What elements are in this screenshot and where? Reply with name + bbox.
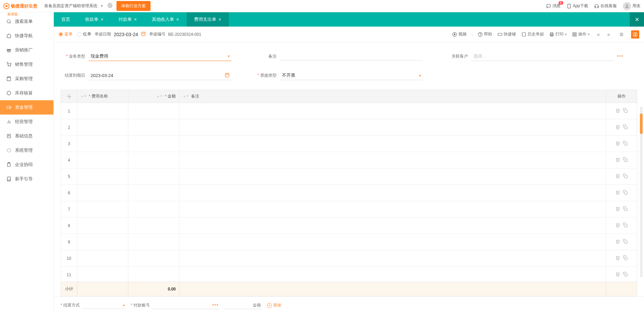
view-detail-button[interactable] xyxy=(631,30,639,39)
cell-amount[interactable] xyxy=(128,168,179,184)
tab-expense[interactable]: 费用支出单✕ xyxy=(187,12,229,27)
close-icon[interactable]: ✕ xyxy=(218,17,221,22)
delete-icon[interactable] xyxy=(615,223,620,228)
delete-icon[interactable] xyxy=(615,157,620,163)
cell-expense-name[interactable] xyxy=(77,250,128,266)
cell-remark[interactable] xyxy=(179,250,606,266)
col-amount[interactable]: ▲▼* 金额 xyxy=(128,90,179,103)
sidebar-item-quicknav[interactable]: 快捷导航 xyxy=(0,29,53,43)
delete-icon[interactable] xyxy=(615,206,620,212)
print-button[interactable]: 打印▾ xyxy=(549,31,567,37)
table-row[interactable]: 6 xyxy=(61,185,637,201)
tab-receipt[interactable]: 收款单✕ xyxy=(78,12,111,27)
cell-remark[interactable] xyxy=(179,267,606,282)
cell-expense-name[interactable] xyxy=(77,103,128,119)
delete-icon[interactable] xyxy=(615,174,620,179)
scrollbar-track[interactable] xyxy=(640,107,643,277)
cell-expense-name[interactable] xyxy=(77,234,128,250)
cell-amount[interactable] xyxy=(128,234,179,250)
copy-icon[interactable] xyxy=(623,255,628,261)
delete-icon[interactable] xyxy=(615,239,620,245)
copy-icon[interactable] xyxy=(623,223,628,228)
copy-icon[interactable] xyxy=(623,108,628,114)
cell-amount[interactable] xyxy=(128,152,179,168)
col-expense-name[interactable]: ▲▼* 费用名称 xyxy=(77,90,128,103)
cell-remark[interactable] xyxy=(179,103,606,119)
messages-button[interactable]: 消息 6 xyxy=(546,3,561,9)
cell-amount[interactable] xyxy=(128,218,179,234)
copy-icon[interactable] xyxy=(623,272,628,278)
sidebar-item-funds[interactable]: 资金管理 xyxy=(0,100,53,115)
gear-icon[interactable] xyxy=(108,3,112,9)
cell-expense-name[interactable] xyxy=(77,119,128,135)
table-row[interactable]: 1 xyxy=(61,103,637,119)
sidebar-item-operation[interactable]: 经营管理 xyxy=(0,115,53,129)
table-row[interactable]: 4 xyxy=(61,152,637,168)
cell-remark[interactable] xyxy=(179,234,606,250)
add-button[interactable]: + 添加 xyxy=(267,302,281,308)
close-all-tabs-button[interactable]: ✕ xyxy=(630,12,644,27)
table-row[interactable]: 5 xyxy=(61,168,637,185)
delete-icon[interactable] xyxy=(615,141,620,147)
ops-button[interactable]: 操作▾ xyxy=(572,31,590,37)
prev-arrow-icon[interactable]: ◀ xyxy=(595,32,601,37)
next-arrow-icon[interactable]: ▶ xyxy=(606,32,612,37)
video-link[interactable]: 视频 xyxy=(452,31,467,37)
cell-amount[interactable] xyxy=(128,185,179,201)
close-icon[interactable]: ✕ xyxy=(134,17,137,22)
sidebar-item-guide[interactable]: 新手引导 xyxy=(0,172,53,186)
online-service-button[interactable]: 在线客服 xyxy=(594,3,617,9)
cell-remark[interactable] xyxy=(179,119,606,135)
close-icon[interactable]: ✕ xyxy=(100,17,104,22)
view-list-button[interactable] xyxy=(617,30,626,39)
sidebar-item-inventory[interactable]: 库存核算 xyxy=(0,86,53,100)
delete-icon[interactable] xyxy=(615,272,620,278)
cell-remark[interactable] xyxy=(179,152,606,168)
sidebar-item-sales[interactable]: 销售管理 xyxy=(0,57,53,72)
history-link[interactable]: 历史单据 xyxy=(521,31,544,37)
close-icon[interactable]: ✕ xyxy=(176,17,179,22)
more-icon[interactable]: ••• xyxy=(617,54,624,59)
sidebar-item-marketing[interactable]: 营销推广 xyxy=(0,43,53,57)
cell-amount[interactable] xyxy=(128,250,179,266)
delete-icon[interactable] xyxy=(615,190,620,196)
sidebar-item-enterprise[interactable]: 企业协同 xyxy=(0,158,53,172)
settle-date-input[interactable]: 2023-03-24 xyxy=(89,71,232,80)
app-download-button[interactable]: App下载 xyxy=(567,3,588,9)
delete-icon[interactable] xyxy=(615,124,620,130)
account-select[interactable]: ••• xyxy=(152,301,220,309)
table-row[interactable]: 7 xyxy=(61,201,637,218)
sidebar-item-purchase[interactable]: 采购管理 xyxy=(0,72,53,86)
trial-button[interactable]: 体验行业方案 xyxy=(116,1,151,11)
cell-expense-name[interactable] xyxy=(77,168,128,184)
blue-order-radio[interactable]: 蓝单 xyxy=(59,31,73,37)
cell-remark[interactable] xyxy=(179,185,606,201)
column-settings-button[interactable] xyxy=(61,90,77,103)
cell-amount[interactable] xyxy=(128,136,179,152)
help-link[interactable]: 帮助 xyxy=(478,31,492,37)
calendar-icon[interactable] xyxy=(225,73,230,78)
cell-expense-name[interactable] xyxy=(77,152,128,168)
tab-payment[interactable]: 付款单✕ xyxy=(111,12,144,27)
cell-remark[interactable] xyxy=(179,201,606,217)
table-row[interactable]: 10 xyxy=(61,250,637,267)
user-menu[interactable]: 用友 xyxy=(623,2,641,10)
tab-other-income[interactable]: 其他收入单✕ xyxy=(144,12,187,27)
sidebar-item-basic[interactable]: 基础信息 xyxy=(0,129,53,143)
cell-remark[interactable] xyxy=(179,218,606,234)
cell-amount[interactable] xyxy=(128,103,179,119)
doc-date-value[interactable]: 2023-03-24 xyxy=(114,32,138,37)
sidebar-item-system[interactable]: 系统管理 xyxy=(0,143,53,158)
table-row[interactable]: 8 xyxy=(61,218,637,234)
cell-remark[interactable] xyxy=(179,168,606,184)
scrollbar-thumb[interactable] xyxy=(640,114,643,134)
delete-icon[interactable] xyxy=(615,108,620,114)
tab-home[interactable]: 首页 xyxy=(54,12,78,27)
cell-amount[interactable] xyxy=(128,201,179,217)
copy-icon[interactable] xyxy=(623,124,628,130)
copy-icon[interactable] xyxy=(623,239,628,245)
cell-expense-name[interactable] xyxy=(77,267,128,282)
customer-select[interactable]: 选择... xyxy=(471,52,614,61)
copy-icon[interactable] xyxy=(623,206,628,212)
biz-type-select[interactable]: 现金费用 ▾ xyxy=(89,52,232,61)
